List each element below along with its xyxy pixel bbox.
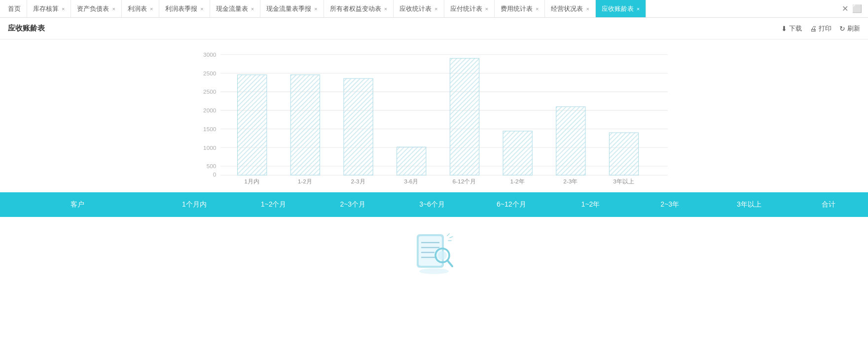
- tab-cashflow-quarter-close[interactable]: ×: [314, 6, 317, 12]
- tab-expense-stat[interactable]: 费用统计表 ×: [495, 0, 545, 18]
- svg-text:2-3年: 2-3年: [563, 178, 578, 185]
- bar-2-3月: [344, 78, 373, 175]
- tab-equity[interactable]: 所有者权益变动表 ×: [324, 0, 394, 18]
- svg-line-35: [447, 234, 449, 236]
- tab-payable-stat-label: 应付统计表: [450, 4, 482, 13]
- window-controls: ✕ ⬜: [842, 4, 866, 13]
- main-content: 3000 2500 2500 2000 1500 1000 500 0: [0, 39, 868, 355]
- svg-text:6-12个月: 6-12个月: [453, 178, 476, 185]
- th-3-6month: 3~6个月: [393, 200, 472, 209]
- th-1-2month: 1~2个月: [234, 200, 313, 209]
- tab-profit-label: 利润表: [128, 4, 147, 13]
- header-actions: ⬇ 下载 🖨 打印 ↻ 刷新: [781, 24, 860, 33]
- th-1-2year: 1~2年: [551, 200, 630, 209]
- bar-2-3年: [556, 106, 585, 175]
- window-maximize-icon[interactable]: ⬜: [852, 4, 862, 13]
- tab-balance[interactable]: 资产负债表 ×: [71, 0, 121, 18]
- bar-3年以上: [609, 133, 638, 175]
- print-button[interactable]: 🖨 打印: [810, 24, 832, 33]
- tab-cashflow-quarter-label: 现金流量表季报: [266, 4, 311, 13]
- tab-business-label: 经营状况表: [551, 4, 583, 13]
- tab-equity-close[interactable]: ×: [384, 6, 387, 12]
- tab-home[interactable]: 首页: [2, 0, 27, 18]
- tab-profit-quarter-close[interactable]: ×: [200, 6, 203, 12]
- th-total: 合计: [789, 200, 868, 209]
- tab-aging[interactable]: 应收账龄表 ×: [596, 0, 646, 18]
- svg-text:1月内: 1月内: [244, 178, 259, 185]
- svg-text:2-3月: 2-3月: [351, 178, 365, 185]
- svg-text:1-2年: 1-2年: [510, 178, 525, 185]
- refresh-icon: ↻: [839, 25, 845, 33]
- th-2-3month: 2~3个月: [313, 200, 393, 209]
- th-1month: 1个月内: [154, 200, 234, 209]
- th-customer: 客户: [0, 200, 154, 209]
- svg-text:2500: 2500: [203, 88, 217, 95]
- tab-profit-quarter-label: 利润表季报: [165, 4, 197, 13]
- th-6-12month: 6~12个月: [471, 200, 551, 209]
- th-2-3year: 2~3年: [630, 200, 710, 209]
- bar-1-2年: [503, 131, 532, 175]
- print-label: 打印: [819, 24, 832, 33]
- download-label: 下载: [789, 24, 802, 33]
- svg-text:3年以上: 3年以上: [613, 178, 634, 185]
- tab-balance-close[interactable]: ×: [112, 6, 115, 12]
- page-title: 应收账龄表: [8, 24, 45, 33]
- tab-profit-quarter[interactable]: 利润表季报 ×: [159, 0, 210, 18]
- tab-equity-label: 所有者权益变动表: [330, 4, 381, 13]
- refresh-label: 刷新: [847, 24, 860, 33]
- tab-aging-close[interactable]: ×: [637, 6, 640, 12]
- tab-receivable-stat-close[interactable]: ×: [434, 6, 437, 12]
- svg-point-25: [419, 268, 449, 274]
- tab-home-label: 首页: [8, 4, 21, 13]
- download-icon: ⬇: [781, 25, 787, 33]
- tab-cashflow[interactable]: 现金流量表 ×: [210, 0, 260, 18]
- th-3year-plus: 3年以上: [710, 200, 789, 209]
- svg-line-34: [447, 260, 452, 266]
- bar-1-2月: [290, 75, 320, 176]
- page-header: 应收账龄表 ⬇ 下载 🖨 打印 ↻ 刷新: [0, 18, 868, 39]
- tab-payable-stat[interactable]: 应付统计表 ×: [444, 0, 495, 18]
- svg-text:1000: 1000: [203, 144, 217, 151]
- chart-area: 3000 2500 2500 2000 1500 1000 500 0: [0, 39, 868, 192]
- download-button[interactable]: ⬇ 下载: [781, 24, 802, 33]
- tab-profit[interactable]: 利润表 ×: [122, 0, 159, 18]
- svg-point-33: [438, 251, 447, 260]
- bar-6-12月: [450, 58, 479, 175]
- tab-payable-stat-close[interactable]: ×: [485, 6, 488, 12]
- svg-text:0: 0: [213, 171, 217, 178]
- svg-text:2500: 2500: [203, 70, 217, 77]
- tab-bar: 首页 库存核算 × 资产负债表 × 利润表 × 利润表季报 × 现金流量表 × …: [0, 0, 868, 18]
- tab-expense-stat-close[interactable]: ×: [536, 6, 539, 12]
- tab-business[interactable]: 经营状况表 ×: [545, 0, 595, 18]
- bar-3-6月: [397, 147, 426, 175]
- svg-line-36: [450, 237, 453, 238]
- svg-text:2000: 2000: [203, 107, 217, 114]
- tab-inventory-label: 库存核算: [33, 4, 59, 13]
- window-close-icon[interactable]: ✕: [842, 4, 848, 13]
- svg-text:1-2月: 1-2月: [298, 178, 312, 185]
- chart-svg: 3000 2500 2500 2000 1500 1000 500 0: [20, 49, 848, 187]
- tab-inventory-close[interactable]: ×: [62, 6, 65, 12]
- tab-aging-label: 应收账龄表: [602, 4, 634, 13]
- tab-cashflow-label: 现金流量表: [216, 4, 248, 13]
- tab-receivable-stat-label: 应收统计表: [399, 4, 432, 13]
- svg-text:3000: 3000: [203, 51, 217, 58]
- tab-receivable-stat[interactable]: 应收统计表 ×: [394, 0, 444, 18]
- bar-1月内: [238, 75, 267, 176]
- svg-text:1500: 1500: [203, 126, 217, 133]
- tab-business-close[interactable]: ×: [586, 6, 589, 12]
- refresh-button[interactable]: ↻ 刷新: [839, 24, 860, 33]
- tab-expense-stat-label: 费用统计表: [501, 4, 533, 13]
- table-header: 客户 1个月内 1~2个月 2~3个月 3~6个月 6~12个月 1~2年 2~…: [0, 192, 868, 217]
- bar-chart: 3000 2500 2500 2000 1500 1000 500 0: [20, 49, 848, 187]
- svg-text:3-6月: 3-6月: [404, 178, 418, 185]
- tab-cashflow-close[interactable]: ×: [251, 6, 254, 12]
- table-body: [0, 217, 868, 286]
- tab-profit-close[interactable]: ×: [150, 6, 153, 12]
- empty-state-icon: [407, 227, 461, 276]
- tab-inventory[interactable]: 库存核算 ×: [27, 0, 71, 18]
- print-icon: 🖨: [810, 25, 817, 33]
- tab-balance-label: 资产负债表: [77, 4, 109, 13]
- tab-cashflow-quarter[interactable]: 现金流量表季报 ×: [260, 0, 324, 18]
- svg-text:500: 500: [207, 163, 217, 170]
